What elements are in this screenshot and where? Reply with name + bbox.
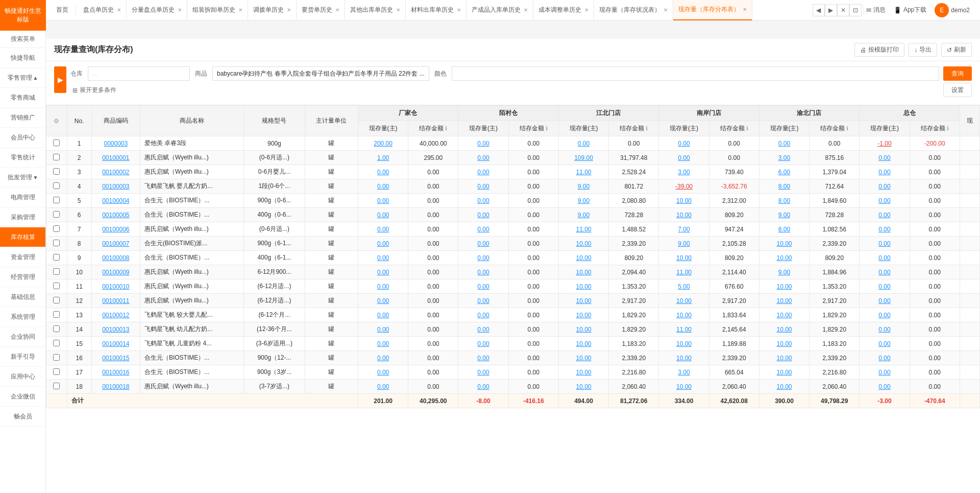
cell-wh5-qty[interactable]: 9.00 [759, 208, 810, 222]
cell-checkbox[interactable] [46, 380, 67, 394]
cell-wh4-qty[interactable]: -39.00 [659, 179, 709, 194]
sidebar-item-enterprise[interactable]: 企业协同 [0, 327, 45, 347]
info-icon[interactable]: ℹ [646, 125, 648, 131]
cell-total-qty[interactable]: 0.00 [860, 165, 910, 179]
cell-code[interactable]: 00100004 [91, 194, 140, 208]
cell-total-qty[interactable]: 0.00 [860, 337, 910, 351]
goods-input[interactable]: babycare孕妇待产包 春季入院全套母子组合孕妇产后冬季月子用品 22件套 … [212, 66, 429, 81]
cell-wh2-qty[interactable]: 0.00 [458, 179, 509, 194]
cell-total-qty[interactable]: 0.00 [860, 365, 910, 380]
message-btn[interactable]: ✉ 消息 [866, 6, 886, 14]
sidebar-item-retail[interactable]: 零售管理 ▲ [0, 68, 45, 88]
cell-wh3-qty[interactable]: 10.00 [558, 322, 609, 337]
info-icon[interactable]: ℹ [546, 125, 548, 131]
cell-total-qty[interactable]: 0.00 [860, 380, 910, 394]
tab-close-all-btn[interactable]: ✕ [837, 4, 849, 16]
cell-code[interactable]: 00100010 [91, 279, 140, 294]
row-checkbox[interactable] [53, 240, 60, 246]
cell-wh4-qty[interactable]: 10.00 [659, 251, 709, 265]
sidebar-item-operation[interactable]: 经营管理 [0, 267, 45, 287]
row-checkbox[interactable] [53, 340, 60, 346]
cell-checkbox[interactable] [46, 237, 67, 251]
row-checkbox[interactable] [53, 182, 60, 189]
cell-code[interactable]: 00100007 [91, 237, 140, 251]
tab-close-icon[interactable]: ✕ [524, 7, 528, 13]
cell-wh5-qty[interactable]: 0.00 [759, 136, 810, 151]
sidebar-item-ecommerce[interactable]: 电商管理 [0, 187, 45, 207]
tab-assemble-history[interactable]: 组装拆卸单历史 ✕ [187, 0, 248, 20]
cell-wh2-qty[interactable]: 0.00 [458, 237, 509, 251]
info-icon[interactable]: ℹ [846, 125, 848, 131]
cell-wh3-qty[interactable]: 11.00 [558, 222, 609, 237]
tab-demand-history[interactable]: 要货单历史 ✕ [297, 0, 345, 20]
cell-wh5-qty[interactable]: 10.00 [759, 322, 810, 337]
cell-total-qty[interactable]: 0.00 [860, 251, 910, 265]
cell-wh2-qty[interactable]: 0.00 [458, 208, 509, 222]
home-tab[interactable]: 首页 [51, 6, 74, 14]
cell-code[interactable]: 0000003 [91, 136, 140, 151]
tab-prev-btn[interactable]: ◀ [813, 4, 825, 16]
cell-wh2-qty[interactable]: 0.00 [458, 351, 509, 365]
cell-wh4-qty[interactable]: 11.00 [659, 322, 709, 337]
expand-more-btn[interactable]: ⊞ 展开更多条件 [70, 84, 118, 97]
row-checkbox[interactable] [53, 211, 60, 218]
cell-wh5-qty[interactable]: 10.00 [759, 337, 810, 351]
cell-wh1-qty[interactable]: 0.00 [358, 194, 408, 208]
cell-total-qty[interactable]: 0.00 [860, 265, 910, 279]
cell-wh4-qty[interactable]: 5.00 [659, 279, 709, 294]
cell-wh1-qty[interactable]: 0.00 [358, 165, 408, 179]
cell-wh2-qty[interactable]: 0.00 [458, 222, 509, 237]
cell-total-qty[interactable]: 0.00 [860, 151, 910, 165]
cell-wh1-qty[interactable]: 0.00 [358, 237, 408, 251]
cell-checkbox[interactable] [46, 179, 67, 194]
cell-code[interactable]: 00100016 [91, 365, 140, 380]
sidebar-item-basic[interactable]: 基础信息 [0, 287, 45, 307]
cell-wh1-qty[interactable]: 0.00 [358, 251, 408, 265]
sidebar-item-inventory[interactable]: 库存核算 [0, 227, 45, 247]
cell-wh3-qty[interactable]: 10.00 [558, 380, 609, 394]
info-icon[interactable]: ℹ [746, 125, 748, 131]
row-checkbox[interactable] [53, 354, 60, 361]
cell-wh5-qty[interactable]: 10.00 [759, 279, 810, 294]
collapse-filter-btn[interactable]: ▶ [54, 66, 66, 93]
cell-wh1-qty[interactable]: 1.00 [358, 151, 408, 165]
sidebar-item-corpwechat[interactable]: 企业微信 [0, 387, 45, 407]
cell-wh5-qty[interactable]: 9.00 [759, 265, 810, 279]
sidebar-item-finance[interactable]: 资金管理 [0, 247, 45, 267]
sidebar-item-appcenter[interactable]: 应用中心 [0, 367, 45, 387]
cell-wh5-qty[interactable]: 10.00 [759, 251, 810, 265]
cell-wh3-qty[interactable]: 10.00 [558, 294, 609, 308]
cell-code[interactable]: 00100002 [91, 165, 140, 179]
cell-code[interactable]: 00100005 [91, 208, 140, 222]
row-checkbox[interactable] [53, 254, 60, 261]
print-btn[interactable]: 🖨 按模版打印 [854, 43, 904, 57]
info-icon[interactable]: ℹ [947, 125, 949, 131]
cell-code[interactable]: 00100018 [91, 380, 140, 394]
query-btn[interactable]: 查询 [943, 66, 972, 81]
cell-wh5-qty[interactable]: 8.00 [759, 179, 810, 194]
cell-wh3-qty[interactable]: 10.00 [558, 308, 609, 322]
cell-wh2-qty[interactable]: 0.00 [458, 322, 509, 337]
cell-total-qty[interactable]: 0.00 [860, 222, 910, 237]
cell-checkbox[interactable] [46, 279, 67, 294]
cell-wh3-qty[interactable]: 9.00 [558, 208, 609, 222]
cell-checkbox[interactable] [46, 151, 67, 165]
cell-checkbox[interactable] [46, 208, 67, 222]
cell-checkbox[interactable] [46, 222, 67, 237]
row-checkbox[interactable] [53, 297, 60, 303]
cell-code[interactable]: 00100013 [91, 322, 140, 337]
sidebar-item-purchase[interactable]: 采购管理 [0, 207, 45, 227]
cell-total-qty[interactable]: 0.00 [860, 179, 910, 194]
cell-wh3-qty[interactable]: 10.00 [558, 365, 609, 380]
cell-checkbox[interactable] [46, 251, 67, 265]
cell-wh4-qty[interactable]: 10.00 [659, 208, 709, 222]
cell-wh3-qty[interactable]: 10.00 [558, 237, 609, 251]
tab-next-btn[interactable]: ▶ [825, 4, 837, 16]
tab-close-icon[interactable]: ✕ [178, 7, 182, 13]
row-checkbox[interactable] [53, 139, 60, 146]
cell-wh2-qty[interactable]: 0.00 [458, 151, 509, 165]
cell-wh5-qty[interactable]: 10.00 [759, 365, 810, 380]
row-checkbox[interactable] [53, 325, 60, 332]
cell-wh4-qty[interactable]: 11.00 [659, 265, 709, 279]
sidebar-item-system[interactable]: 系统管理 [0, 307, 45, 327]
